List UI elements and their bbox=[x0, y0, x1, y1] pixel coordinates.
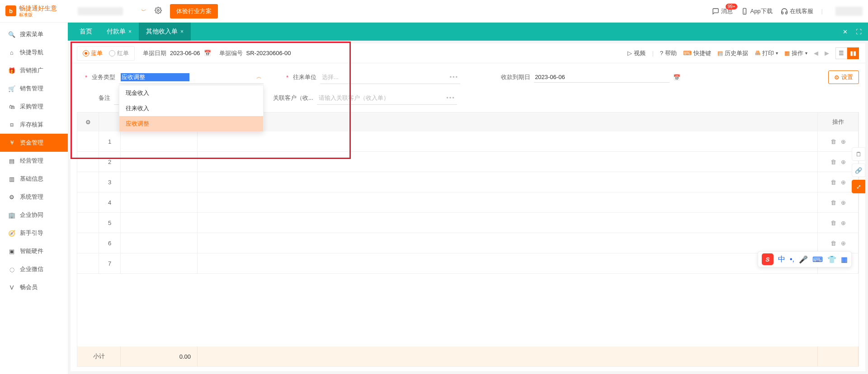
sidebar-item-quicknav[interactable]: ⌂快捷导航 bbox=[0, 43, 68, 61]
calendar-icon[interactable]: 📅 bbox=[204, 50, 211, 56]
biz-type-select[interactable]: 应收调整 ︿ bbox=[119, 70, 264, 84]
grid-body: 1🗑⊕ 2🗑⊕ 3🗑⊕ 4🗑⊕ 5🗑⊕ 6🗑⊕ 7🗑⊕ bbox=[77, 131, 859, 346]
ime-mic-icon[interactable]: 🎤 bbox=[799, 255, 808, 264]
delete-row-icon[interactable]: 🗑 bbox=[830, 220, 836, 226]
add-row-icon[interactable]: ⊕ bbox=[841, 159, 846, 165]
add-row-icon[interactable]: ⊕ bbox=[841, 138, 846, 145]
related-customer-select[interactable]: 请输入关联客户（收入单） ••• bbox=[317, 91, 457, 105]
sidebar-item-label: 搜索菜单 bbox=[20, 30, 43, 38]
due-date-input[interactable]: 2023-06-06 bbox=[534, 72, 670, 83]
user-avatar[interactable] bbox=[835, 7, 863, 16]
ops-button[interactable]: ▦操作▾ bbox=[784, 49, 807, 57]
tab-other-income[interactable]: 其他收入单× bbox=[139, 23, 191, 41]
next-button[interactable]: ▶ bbox=[825, 50, 829, 56]
button-label: 设置 bbox=[841, 73, 853, 81]
help-button[interactable]: ?帮助 bbox=[660, 49, 677, 57]
view-form-button[interactable]: ▮▮ bbox=[847, 47, 859, 59]
sidebar-item-guide[interactable]: 🧭新手引导 bbox=[0, 224, 68, 242]
table-row[interactable]: 1🗑⊕ bbox=[77, 131, 859, 152]
add-row-icon[interactable]: ⊕ bbox=[841, 240, 846, 247]
shortcut-button[interactable]: ⌨快捷键 bbox=[683, 49, 711, 57]
delete-row-icon[interactable]: 🗑 bbox=[830, 159, 836, 165]
sogou-logo-icon: S bbox=[762, 253, 774, 265]
ime-lang-toggle[interactable]: 中 bbox=[778, 255, 785, 264]
dropdown-option[interactable]: 应收调整 bbox=[119, 116, 263, 131]
sidebar-item-inventory[interactable]: ⧈库存核算 bbox=[0, 116, 68, 134]
dropdown-option[interactable]: 现金收入 bbox=[119, 85, 263, 101]
notes-button[interactable]: 🗒 bbox=[852, 147, 865, 161]
table-row[interactable]: 3🗑⊕ bbox=[77, 172, 859, 192]
sidebar-item-marketing[interactable]: 🎁营销推广 bbox=[0, 61, 68, 79]
sidebar-item-vip[interactable]: V畅会员 bbox=[0, 278, 68, 296]
close-icon[interactable]: × bbox=[128, 28, 132, 35]
field-label: 单据日期 bbox=[143, 49, 166, 57]
sidebar-item-sales[interactable]: 🛒销售管理 bbox=[0, 79, 68, 98]
sidebar-item-label: 经营管理 bbox=[20, 157, 43, 165]
ime-skin-icon[interactable]: 👕 bbox=[827, 255, 836, 264]
radio-blue[interactable]: 蓝单 bbox=[83, 49, 103, 57]
table-row[interactable]: 2🗑⊕ bbox=[77, 152, 859, 172]
close-all-button[interactable]: ✕ bbox=[841, 27, 849, 37]
settings-button[interactable]: ⚙设置 bbox=[828, 70, 859, 84]
ime-punct-icon[interactable]: •, bbox=[790, 255, 794, 263]
close-icon[interactable]: × bbox=[180, 28, 184, 35]
ime-toolbar[interactable]: S 中 •, 🎤 ⌨ 👕 ▦ bbox=[758, 251, 852, 267]
online-cs-button[interactable]: 在线客服 bbox=[781, 7, 813, 15]
org-selector[interactable]: ﹀ bbox=[78, 7, 146, 15]
sidebar-item-wecom[interactable]: ◌企业微信 bbox=[0, 260, 68, 278]
print-button[interactable]: 🖶打印▾ bbox=[755, 49, 778, 57]
trial-button[interactable]: 体验行业方案 bbox=[170, 4, 218, 19]
online-cs-label: 在线客服 bbox=[790, 7, 813, 15]
dropdown-option[interactable]: 往来收入 bbox=[119, 101, 263, 116]
sidebar-item-label: 企业协同 bbox=[20, 211, 43, 219]
fullscreen-button[interactable]: ⛶ bbox=[854, 27, 863, 37]
more-icon[interactable]: ••• bbox=[446, 94, 455, 101]
add-row-icon[interactable]: ⊕ bbox=[841, 179, 846, 186]
ime-grid-icon[interactable]: ▦ bbox=[841, 255, 848, 264]
gear-icon: ⚙ bbox=[85, 119, 91, 126]
delete-row-icon[interactable]: 🗑 bbox=[830, 138, 836, 145]
gear-icon[interactable] bbox=[155, 7, 162, 15]
add-row-icon[interactable]: ⊕ bbox=[841, 199, 846, 206]
history-button[interactable]: ▤历史单据 bbox=[717, 49, 748, 57]
sidebar-item-collab[interactable]: 🏢企业协同 bbox=[0, 206, 68, 224]
tab-payment[interactable]: 付款单× bbox=[99, 23, 139, 41]
partner-select[interactable]: 选择... ••• bbox=[320, 70, 460, 84]
app-download-button[interactable]: App下载 bbox=[741, 7, 772, 15]
sidebar-item-system[interactable]: ⚙系统管理 bbox=[0, 188, 68, 206]
ime-keyboard-icon[interactable]: ⌨ bbox=[812, 255, 823, 264]
grid-settings-button[interactable]: ⚙ bbox=[77, 112, 99, 131]
video-button[interactable]: ▷视频 bbox=[627, 49, 646, 57]
due-date-field: 收款到期日 2023-06-06 📅 bbox=[501, 72, 680, 83]
sidebar-item-funds[interactable]: ￥资金管理 bbox=[0, 134, 68, 152]
row-index: 6 bbox=[99, 233, 121, 253]
headset-icon bbox=[781, 8, 788, 15]
sidebar-item-purchase[interactable]: 🛍采购管理 bbox=[0, 98, 68, 116]
more-icon[interactable]: ••• bbox=[449, 74, 458, 80]
sidebar-item-business[interactable]: ▤经营管理 bbox=[0, 152, 68, 170]
sidebar-item-hardware[interactable]: ▣智能硬件 bbox=[0, 242, 68, 260]
tab-home[interactable]: 首页 bbox=[72, 23, 99, 41]
calendar-icon[interactable]: 📅 bbox=[673, 74, 680, 81]
table-row[interactable]: 5🗑⊕ bbox=[77, 213, 859, 233]
add-row-icon[interactable]: ⊕ bbox=[841, 220, 846, 226]
doc-date-field[interactable]: 单据日期 2023-06-06 📅 bbox=[143, 49, 211, 57]
table-row[interactable]: 7🗑⊕ bbox=[77, 253, 859, 274]
grid-footer: 小计 0.00 bbox=[77, 346, 859, 366]
expand-button[interactable]: ⤢ bbox=[852, 180, 865, 193]
prev-button[interactable]: ◀ bbox=[814, 50, 818, 56]
radio-red[interactable]: 红单 bbox=[109, 49, 129, 57]
delete-row-icon[interactable]: 🗑 bbox=[830, 199, 836, 206]
sidebar-item-search[interactable]: 🔍搜索菜单 bbox=[0, 25, 68, 43]
messages-button[interactable]: 消息 99+ bbox=[712, 7, 733, 15]
brand-logo[interactable]: b 畅捷通好生意 标准版 bbox=[5, 5, 69, 17]
attachment-button[interactable]: 🔗 bbox=[852, 164, 865, 177]
field-label: 备注 bbox=[99, 94, 110, 102]
sidebar-item-basic[interactable]: ▥基础信息 bbox=[0, 170, 68, 188]
table-row[interactable]: 4🗑⊕ bbox=[77, 192, 859, 213]
delete-row-icon[interactable]: 🗑 bbox=[830, 240, 836, 247]
table-row[interactable]: 6🗑⊕ bbox=[77, 233, 859, 253]
view-list-button[interactable]: ☰ bbox=[835, 47, 847, 59]
info-icon: ▥ bbox=[8, 175, 15, 182]
delete-row-icon[interactable]: 🗑 bbox=[830, 179, 836, 186]
